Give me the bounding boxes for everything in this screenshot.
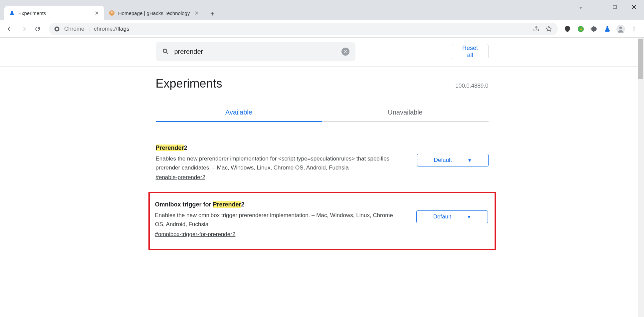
flags-search-input[interactable] [174,48,337,56]
svg-rect-2 [613,5,616,9]
flag-anchor-link[interactable]: #enable-prerender2 [156,173,205,182]
site-label: Chrome [64,26,84,32]
close-window-button[interactable] [624,0,644,14]
forward-button[interactable] [18,23,30,35]
maximize-button[interactable] [605,0,624,14]
tab-available[interactable]: Available [156,104,322,122]
select-value: Default [433,213,451,220]
svg-point-6 [56,28,58,30]
ghacks-icon [109,10,115,16]
back-button[interactable] [4,23,16,35]
close-tab-icon[interactable]: ✕ [94,10,100,16]
browser-toolbar: Chrome | chrome://flags [0,20,644,38]
svg-point-12 [633,30,634,31]
header-divider [0,66,644,67]
share-icon[interactable] [532,25,540,33]
minimize-button[interactable] [586,0,605,14]
chevron-down-icon: ▾ [468,213,471,220]
idm-icon[interactable] [576,25,585,33]
flag-description: Enables the new omnibox trigger prerende… [155,211,396,229]
labs-icon[interactable] [603,25,612,33]
profile-avatar-icon[interactable] [616,25,625,33]
version-label: 100.0.4889.0 [455,83,488,89]
browser-tab-ghacks[interactable]: Homepage | gHacks Technology ✕ [104,6,204,20]
tab-unavailable[interactable]: Unavailable [322,104,489,122]
vertical-scrollbar[interactable] [638,38,644,317]
chrome-icon [54,26,60,32]
bookmark-star-icon[interactable] [544,25,553,33]
extensions-icon[interactable] [590,25,598,33]
ublock-icon[interactable] [563,25,572,33]
svg-point-9 [619,26,622,29]
flag-description: Enables the new prerenderer implementati… [156,154,397,172]
svg-point-0 [109,10,114,16]
flag-row: Prerender2Enables the new prerenderer im… [156,139,489,192]
search-icon [162,48,170,56]
flags-search-box[interactable]: ✕ [156,42,355,61]
tab-title: Homepage | gHacks Technology [118,10,190,16]
flag-title: Prerender2 [156,143,397,153]
browser-tabstrip: Experiments ✕ Homepage | gHacks Technolo… [0,0,644,20]
omnibox-divider: | [88,26,90,32]
menu-icon[interactable] [630,25,638,33]
flag-anchor-link[interactable]: #omnibox-trigger-for-prerender2 [155,230,236,239]
page-title: Experiments [156,77,222,91]
reset-all-button[interactable]: Reset all [452,44,489,59]
close-tab-icon[interactable]: ✕ [193,10,199,16]
clear-search-icon[interactable]: ✕ [341,48,349,56]
flag-title: Omnibox trigger for Prerender2 [155,200,396,209]
new-tab-button[interactable]: ＋ [207,8,218,19]
scrollbar-thumb[interactable] [638,39,643,79]
flag-state-select[interactable]: Default▾ [417,154,489,166]
tab-search-icon[interactable] [578,5,584,12]
flag-state-select[interactable]: Default▾ [416,210,488,223]
svg-point-10 [633,26,634,27]
address-bar[interactable]: Chrome | chrome://flags [49,23,558,35]
flask-icon [9,10,15,16]
reload-button[interactable] [32,23,44,35]
browser-tab-experiments[interactable]: Experiments ✕ [4,6,104,20]
svg-point-11 [633,28,634,29]
select-value: Default [434,157,452,163]
flag-row: Omnibox trigger for Prerender2Enables th… [148,192,496,250]
chevron-down-icon: ▾ [468,157,471,164]
tab-title: Experiments [18,10,90,16]
